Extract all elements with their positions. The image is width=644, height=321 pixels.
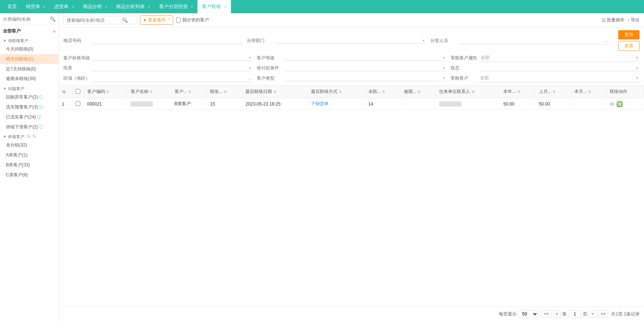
th-last-method: 最后联络方式 ⇅ [308,86,365,98]
sidebar-item-declining[interactable]: 持续下滑客户(2) ⓘ [0,122,59,132]
sort-icon-name[interactable]: ⇅ [150,90,153,94]
sort-icon-contact[interactable]: ⇅ [224,90,227,94]
row-checkbox[interactable] [76,101,80,106]
sidebar-item-class-a[interactable]: A类客户(1) [0,150,59,160]
filter-panel: 电话号码 分管部门 ▾ 分管人员 ... [59,27,644,86]
nav-purchase[interactable]: 进货单 × [50,0,78,13]
export-btn[interactable]: ↑ 导出 [627,17,640,23]
filter-dept-select[interactable]: ▾ [275,38,426,44]
sort-icon-unit[interactable]: ⇅ [472,90,475,94]
th-type: 客户... ⇅ [171,86,207,98]
search-input[interactable] [67,18,122,23]
search-icon[interactable]: 🔍 [122,17,128,23]
th-overdue: 逾期... ⇅ [401,86,436,98]
triangle-icon-3: ▼ [3,135,7,139]
filter-customer-level-select[interactable]: ▾ [92,55,252,61]
contact-icon[interactable]: ✉ [610,101,614,107]
sidebar-item-class-c[interactable]: C类客户(6) [0,170,59,180]
sidebar-item-churned[interactable]: 已流失客户(24) ⓘ [0,112,59,122]
th-action: 联络动作 [607,86,644,98]
nav-product-analysis[interactable]: 商品分析 × [78,0,112,13]
filter-nature-select[interactable]: ▾ [91,65,252,71]
set-button[interactable]: 设置 [618,41,640,51]
sidebar-item-unclassified[interactable]: 未分组(32) [0,140,59,150]
sort-icon-lastdate[interactable]: ⇅ [273,90,276,94]
next-page-btn[interactable]: > [589,310,596,318]
batch-checkbox-icon: ☑ [602,18,606,23]
triangle-icon-2: ▼ [3,87,7,91]
page-number-input[interactable] [568,310,581,318]
td-last-month: 50.00 [536,98,571,110]
sidebar-item-today[interactable]: 今天待联络(0) [0,44,59,54]
content-area: 🔍 ▼ 更多条件 ⌃ 我分管的客户 ☑ 批量操作 ↑ 导出 [59,13,644,321]
filter-status-select[interactable]: ▾ [479,65,640,71]
sidebar-item-churn-warning[interactable]: 流失预警客户(3) ⓘ [0,102,59,112]
first-page-btn[interactable]: << [541,310,552,318]
last-method-link[interactable]: 下销货单 [311,101,329,106]
sidebar-search-icon[interactable]: 🔍 [50,16,56,22]
prev-page-btn[interactable]: < [553,310,561,318]
filter-customer-grade-select[interactable]: ▾ [285,55,446,61]
filter-customer-type-select[interactable]: ▾ [285,75,446,81]
nav-customer-tier-close[interactable]: × [191,0,193,13]
nav-customer-contact-close[interactable]: × [224,0,226,13]
filter-more-btn[interactable]: ▼ 更多条件 ⌃ [140,15,173,25]
chevron-down-icon-8: ▾ [443,76,445,80]
chevron-down-icon-3: ▾ [443,56,445,60]
all-customers-header: 全部客户 « [0,25,59,36]
sidebar-search-bar[interactable]: 🔍 [0,13,59,25]
filter-retail-attr-select[interactable]: 全部 ▾ [479,54,640,62]
nav-product-list[interactable]: 商品分析列表 × [112,0,154,13]
sort-icon-lastmethod[interactable]: ⇅ [339,90,342,94]
my-customers-checkbox[interactable] [176,18,181,23]
sort-icon-code[interactable]: ⇅ [106,90,109,94]
filter-status: 状态 ▾ [451,65,640,71]
sidebar-item-overdue[interactable]: 逾期未联络(30) [0,74,59,84]
sort-icon-overdue[interactable]: ⇅ [417,90,420,94]
nav-customer-tier[interactable]: 客户分层经营 × [155,0,197,13]
th-this-year: 本年... ⇅ [500,86,536,98]
filter-dept: 分管部门 ▾ [247,38,426,44]
refresh-icon[interactable]: ↻ [27,134,31,139]
batch-btn[interactable]: ☑ 批量操作 [602,17,624,23]
select-all-checkbox[interactable] [76,89,80,94]
sort-icon-type[interactable]: ⇅ [188,90,191,94]
filter-icon: ▼ [143,18,147,23]
th-last-date: 最后联络日期 ⇅ [242,86,308,98]
toolbar-right: ☑ 批量操作 ↑ 导出 [602,17,640,23]
sort-icon-lastmonth[interactable]: ⇅ [553,90,556,94]
sidebar-item-tomorrow[interactable]: 明天待联络(1) [0,54,59,64]
search-box[interactable]: 🔍 [63,16,137,24]
nav-home[interactable]: 首页 [3,0,21,13]
settings-icon[interactable]: ⚙ [62,89,66,94]
chevron-down-icon: ▾ [423,38,424,42]
page-size-select[interactable]: 50 10 20 100 [518,310,538,318]
nav-product-list-close[interactable]: × [148,0,150,13]
nav-sales-close[interactable]: × [43,0,45,13]
filter-retail-customer-select[interactable]: 全部 ▾ [479,74,640,82]
nav-product-analysis-close[interactable]: × [105,0,107,13]
sidebar-collapse-icon[interactable]: « [53,29,56,34]
nav-sales[interactable]: 销货单 × [21,0,50,13]
filter-payment-select[interactable]: ▾ [285,65,446,71]
sidebar-item-class-b[interactable]: B类客户(33) [0,160,59,170]
sort-icon-uncontact[interactable]: ⇅ [382,90,385,94]
my-customers-checkbox-label[interactable]: 我分管的客户 [176,17,209,23]
sidebar-search-input[interactable] [3,17,50,22]
nav-purchase-close[interactable]: × [71,0,74,13]
query-button[interactable]: 查询 [618,30,640,39]
filter-phone-input[interactable] [91,37,242,44]
sidebar-item-repurchase-anomaly[interactable]: 回购异常客户(2) ⓘ [0,92,59,102]
edit-icon[interactable]: ✎ [33,134,36,139]
nav-customer-contact[interactable]: 客户联络 × [197,0,231,13]
total-label: 共1页 1条记录 [611,311,640,317]
toolbar: 🔍 ▼ 更多条件 ⌃ 我分管的客户 ☑ 批量操作 ↑ 导出 [59,13,644,27]
sort-icon-year[interactable]: ⇅ [517,90,520,94]
sort-icon-thismonth[interactable]: ⇅ [588,90,591,94]
filter-customer-grade: 客户等级 ▾ [257,55,446,61]
sidebar-item-7days[interactable]: 近7天待联络(0) [0,64,59,74]
filter-person-select[interactable]: ... [458,37,609,44]
more-icon[interactable]: ❎ [616,101,623,107]
last-page-btn[interactable]: >> [598,310,608,318]
filter-region-select[interactable]: ... [92,75,252,82]
